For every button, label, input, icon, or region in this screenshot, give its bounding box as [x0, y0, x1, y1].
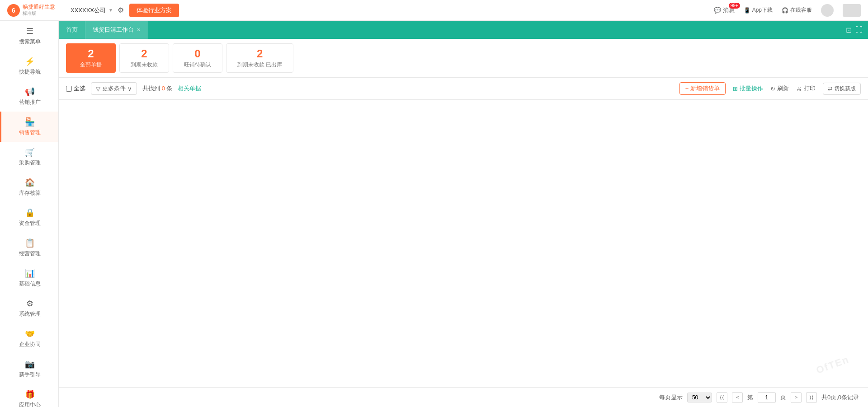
sidebar-item-label: 应用中心: [19, 401, 41, 407]
stat-all[interactable]: 2 全部单据: [66, 43, 116, 73]
stat-wangpu-label: 旺铺待确认: [184, 61, 211, 69]
switch-version-btn[interactable]: ⇄ 切换新版: [823, 83, 861, 95]
company-selector[interactable]: XXXXXX公司 ▼: [71, 6, 113, 14]
stat-shipped-num: 2: [257, 47, 263, 60]
basic-info-icon: 📊: [25, 268, 35, 278]
per-page-label: 每页显示: [659, 393, 683, 402]
fullscreen-icon[interactable]: ⛶: [855, 26, 863, 34]
avatar[interactable]: [821, 4, 834, 17]
experience-btn[interactable]: 体验行业方案: [129, 4, 179, 17]
batch-operation-btn[interactable]: ⊞ 批量操作: [733, 84, 763, 93]
page-input[interactable]: [758, 392, 776, 403]
sidebar-item-operations[interactable]: 📋 经营管理: [0, 233, 58, 263]
first-page-btn[interactable]: ⟨⟨: [717, 392, 727, 403]
close-icon[interactable]: ✕: [137, 27, 141, 33]
select-all-input[interactable]: [66, 86, 72, 92]
app-label: App下载: [752, 6, 773, 14]
filter-btn[interactable]: ▽ 更多条件 ∨: [91, 82, 137, 95]
marketing-icon: 📢: [25, 87, 35, 97]
online-service-btn[interactable]: 🎧 在线客服: [782, 6, 812, 14]
inventory-icon: 🏠: [25, 178, 35, 187]
sidebar: ☰ 搜索菜单 ⚡ 快捷导航 📢 营销推广 🏪 销售管理 🛒 采购管理 🏠 库存核…: [0, 21, 59, 407]
app-center-icon: 🎁: [25, 389, 35, 399]
message-icon: 💬: [714, 7, 721, 14]
sys-mgmt-icon: ⚙: [26, 299, 33, 309]
quick-nav-icon: ⚡: [25, 56, 35, 66]
message-badge: 99+: [729, 3, 740, 9]
operations-icon: 📋: [25, 238, 35, 248]
sidebar-item-purchase[interactable]: 🛒 采购管理: [0, 142, 58, 172]
tab-workbench[interactable]: 钱货日清工作台 ✕: [85, 21, 148, 39]
sidebar-item-app-center[interactable]: 🎁 应用中心: [0, 384, 58, 407]
sidebar-item-label: 库存核算: [19, 189, 41, 197]
prev-page-btn[interactable]: ＜: [732, 392, 743, 403]
sidebar-item-sales[interactable]: 🏪 销售管理: [0, 112, 58, 142]
refresh-btn[interactable]: ↻ 刷新: [770, 84, 789, 93]
stat-shipped[interactable]: 2 到期未收款 已出库: [226, 43, 293, 73]
batch-icon: ⊞: [733, 85, 738, 92]
print-icon: 🖨: [796, 85, 802, 92]
app-download-btn[interactable]: 📱 App下载: [744, 6, 773, 14]
refresh-icon: ↻: [770, 85, 775, 92]
stat-wangpu[interactable]: 0 旺铺待确认: [173, 43, 222, 73]
service-icon: 🎧: [782, 7, 788, 14]
next-page-btn[interactable]: ＞: [791, 392, 802, 403]
sidebar-item-basic-info[interactable]: 📊 基础信息: [0, 263, 58, 293]
add-sales-order-btn[interactable]: + 新增销货单: [679, 82, 726, 95]
last-page-btn[interactable]: ⟩⟩: [806, 392, 817, 403]
sidebar-item-label: 新手引导: [19, 371, 41, 379]
sidebar-item-label: 基础信息: [19, 280, 41, 288]
newbie-icon: 📷: [25, 359, 35, 369]
sidebar-item-label: 搜索菜单: [19, 38, 41, 46]
sidebar-item-marketing[interactable]: 📢 营销推广: [0, 81, 58, 112]
sidebar-item-finance[interactable]: 🔒 资金管理: [0, 202, 58, 233]
dropdown-arrow: ▼: [108, 8, 113, 13]
top-bar-right: 💬 消息 99+ 📱 App下载 🎧 在线客服: [714, 4, 861, 17]
switch-label: 切换新版: [834, 85, 856, 93]
main-content: 2 全部单据 2 到期未收款 0 旺铺待确认 2 到期未收款 已出库 全选 ▽ …: [59, 39, 868, 407]
per-page-select[interactable]: 50 100 200: [687, 393, 712, 402]
finance-icon: 🔒: [25, 208, 35, 218]
filter-icon: ▽: [96, 85, 100, 92]
tab-bar: 首页 钱货日清工作台 ✕ ⊡ ⛶: [59, 21, 868, 39]
pagination-bar: 每页显示 50 100 200 ⟨⟨ ＜ 第 页 ＞ ⟩⟩ 共0页,0条记录: [59, 387, 868, 407]
print-label: 打印: [804, 84, 816, 93]
found-prefix: 共找到: [142, 85, 160, 92]
related-docs-link[interactable]: 相关单据: [178, 84, 201, 93]
switch-icon: ⇄: [828, 85, 832, 92]
tab-bar-controls: ⊡ ⛶: [846, 26, 868, 34]
sidebar-item-label: 企业协同: [19, 341, 41, 348]
found-unit: 条: [166, 85, 172, 92]
sidebar-item-label: 销售管理: [19, 129, 41, 136]
settings-icon[interactable]: ⚙: [118, 6, 124, 14]
page-suffix: 页: [780, 393, 786, 402]
tab-workbench-label: 钱货日清工作台: [93, 26, 134, 34]
stat-shipped-label: 到期未收款 已出库: [237, 61, 282, 69]
toolbar: 全选 ▽ 更多条件 ∨ 共找到 0 条 相关单据 + 新增销货单 ⊞ 批量操作 …: [59, 78, 868, 100]
stat-overdue-num: 2: [141, 47, 147, 60]
company-name: XXXXXX公司: [71, 6, 106, 14]
maximize-icon[interactable]: ⊡: [846, 26, 852, 34]
purchase-icon: 🛒: [25, 147, 35, 157]
sidebar-item-sys-mgmt[interactable]: ⚙ 系统管理: [0, 293, 58, 323]
logo: 6 畅捷通好生意 标准版: [7, 4, 66, 17]
sidebar-item-search-menu[interactable]: ☰ 搜索菜单: [0, 21, 58, 51]
print-btn[interactable]: 🖨 打印: [796, 84, 816, 93]
select-all-checkbox[interactable]: 全选: [66, 84, 85, 93]
chevron-down-icon: ∨: [127, 85, 132, 92]
content-area: [59, 100, 868, 396]
sidebar-item-inventory[interactable]: 🏠 库存核算: [0, 172, 58, 202]
sidebar-item-enterprise-coop[interactable]: 🤝 企业协同: [0, 323, 58, 354]
stat-wangpu-num: 0: [194, 47, 200, 60]
stat-all-label: 全部单据: [80, 61, 102, 69]
sidebar-item-newbie[interactable]: 📷 新手引导: [0, 354, 58, 384]
stat-overdue-label: 到期未收款: [131, 61, 158, 69]
tab-home[interactable]: 首页: [59, 21, 85, 39]
sidebar-item-label: 资金管理: [19, 220, 41, 227]
stat-overdue[interactable]: 2 到期未收款: [119, 43, 169, 73]
message-btn[interactable]: 💬 消息 99+: [714, 6, 735, 14]
refresh-label: 刷新: [777, 84, 789, 93]
sidebar-item-quick-nav[interactable]: ⚡ 快捷导航: [0, 51, 58, 81]
logo-icon: 6: [7, 4, 20, 17]
user-info[interactable]: [843, 4, 861, 17]
